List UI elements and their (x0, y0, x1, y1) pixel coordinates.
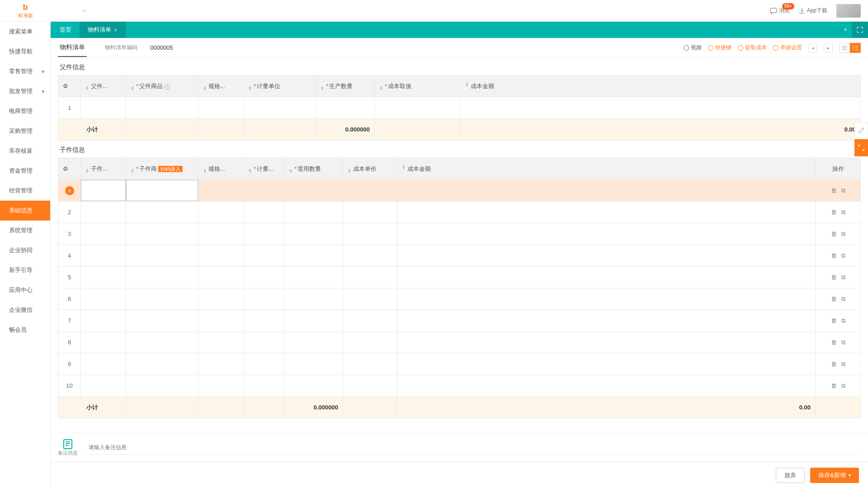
video-link[interactable]: 视频 (684, 44, 702, 52)
delete-row-icon[interactable]: 🗑 (831, 361, 837, 368)
child-col-code[interactable]: ▲▼子件... (81, 158, 126, 180)
subtab-bom[interactable]: 物料清单 (58, 39, 87, 57)
note-icon (62, 439, 73, 450)
copy-row-icon[interactable]: ⧉ (841, 317, 845, 324)
copy-row-icon[interactable]: ⧉ (841, 187, 845, 194)
delete-row-icon[interactable]: 🗑 (831, 274, 837, 281)
sidebar-item-wholesale[interactable]: 批发管理▾ (0, 81, 50, 101)
sidebar-item-member[interactable]: 畅会员 (0, 320, 50, 340)
delete-row-icon[interactable]: 🗑 (831, 317, 837, 324)
child-col-qty[interactable]: ▲▼*需用数量 (284, 158, 343, 180)
save-and-new-button[interactable]: 保存&新增▾ (810, 468, 859, 483)
messages-button[interactable]: 消息 99+ (770, 7, 790, 14)
child-row[interactable]: 4🗑⧉ (58, 245, 861, 267)
delete-row-icon[interactable]: 🗑 (831, 187, 837, 194)
delete-row-icon[interactable]: 🗑 (831, 252, 837, 259)
next-button[interactable]: ▸ (824, 43, 833, 52)
delete-row-icon[interactable]: 🗑 (831, 209, 837, 216)
child-row[interactable]: 2🗑⧉ (58, 202, 861, 223)
copy-row-icon[interactable]: ⧉ (841, 274, 845, 281)
sidebar-item-system[interactable]: 系统管理 (0, 221, 50, 240)
prev-button[interactable]: ◂ (808, 43, 817, 52)
copy-row-icon[interactable]: ⧉ (841, 339, 845, 346)
child-col-name[interactable]: ▲▼*子件商扫码录入 (126, 158, 198, 180)
view-list-button[interactable] (839, 43, 850, 53)
float-rail (854, 122, 868, 156)
parent-section-title: 父件信息 (58, 58, 861, 75)
remark-input[interactable] (87, 441, 861, 455)
sidebar-item-operations[interactable]: 经营管理 (0, 181, 50, 201)
parent-col-code[interactable]: ▲▼父件... (81, 75, 126, 97)
child-row[interactable]: 5🗑⧉ (58, 267, 861, 288)
tab-bom[interactable]: 物料清单 × (80, 22, 126, 38)
child-col-unit[interactable]: ▲▼*计量... (244, 158, 284, 180)
child-row[interactable]: 7🗑⧉ (58, 310, 861, 332)
tab-home[interactable]: 首页 (52, 22, 80, 38)
sidebar-item-collab[interactable]: 企业协同 (0, 240, 50, 260)
detail-icon (853, 46, 858, 50)
parent-col-costamt[interactable]: ▲▼成本金额 (461, 75, 861, 97)
copy-row-icon[interactable]: ⧉ (841, 252, 845, 259)
brand-edition: 标准版 (18, 12, 33, 19)
delete-row-icon[interactable]: 🗑 (831, 230, 837, 238)
child-name-input[interactable] (126, 180, 198, 202)
discard-button[interactable]: 放弃 (776, 468, 805, 483)
org-dropdown[interactable] (73, 9, 87, 12)
child-row[interactable]: 6🗑⧉ (58, 288, 861, 310)
app-download-button[interactable]: App下载 (799, 7, 827, 14)
copy-row-icon[interactable]: ⧉ (841, 382, 845, 389)
parent-col-costsrc[interactable]: ▲▼*成本取值 (375, 75, 461, 97)
parent-subtotal: 小计 0.000000 0.00 (58, 119, 861, 141)
sidebar-item-inventory[interactable]: 库存核算 (0, 141, 50, 161)
user-avatar[interactable] (836, 4, 861, 18)
child-col-amt[interactable]: ▲▼成本金额 (397, 158, 816, 180)
sidebar-item-retail[interactable]: 零售管理▾ (0, 61, 50, 81)
fullscreen-button[interactable] (852, 22, 868, 38)
float-expand-button[interactable] (854, 139, 868, 156)
sidebar-item-wecom[interactable]: 企业微信 (0, 300, 50, 320)
list-icon (842, 46, 847, 50)
delete-row-icon[interactable]: 🗑 (831, 296, 837, 303)
copy-row-icon[interactable]: ⧉ (841, 361, 845, 368)
gear-icon (773, 45, 778, 51)
child-row[interactable]: 8🗑⧉ (58, 332, 861, 353)
parent-gear-header[interactable]: ⚙ (58, 75, 81, 97)
cost-link[interactable]: 提取成本 (738, 44, 767, 52)
parent-col-unit[interactable]: ▲▼*计量单位 (244, 75, 316, 97)
scan-badge[interactable]: 扫码录入 (158, 166, 183, 172)
copy-row-icon[interactable]: ⧉ (841, 296, 845, 303)
child-row[interactable]: 10🗑⧉ (58, 375, 861, 397)
close-pane-button[interactable]: × (839, 22, 852, 38)
sidebar-item-funds[interactable]: 资金管理 (0, 161, 50, 181)
copy-row-icon[interactable]: ⧉ (841, 209, 845, 216)
shortcut-link[interactable]: 快捷键 (708, 44, 731, 52)
child-row[interactable]: 3🗑⧉ (58, 223, 861, 245)
view-detail-button[interactable] (850, 43, 861, 53)
sidebar-item-quicknav[interactable]: 快捷导航 (0, 42, 50, 61)
child-col-spec[interactable]: ▲▼规格... (198, 158, 244, 180)
delete-row-icon[interactable]: 🗑 (831, 339, 837, 346)
copy-row-icon[interactable]: ⧉ (841, 230, 845, 238)
float-link-button[interactable] (854, 122, 868, 139)
parent-row-1[interactable]: 1 (58, 97, 861, 119)
child-row[interactable]: 9🗑⧉ (58, 353, 861, 375)
parent-col-spec[interactable]: ▲▼规格... (198, 75, 244, 97)
sidebar-item-guide[interactable]: 新手引导 (0, 260, 50, 280)
sidebar-item-ecom[interactable]: 电商管理 (0, 101, 50, 121)
sidebar-item-purchase[interactable]: 采购管理 (0, 121, 50, 141)
child-col-price[interactable]: ▲▼成本单价 (343, 158, 397, 180)
sidebar-item-search[interactable]: 搜索菜单 (0, 22, 50, 42)
docset-link[interactable]: 单据设置 (773, 44, 802, 52)
child-code-input[interactable] (81, 180, 126, 202)
child-gear-header[interactable]: ⚙ (58, 158, 81, 180)
parent-col-qty[interactable]: ▲▼*生产数量 (316, 75, 375, 97)
add-row-button[interactable]: + (65, 186, 74, 195)
parent-col-name[interactable]: ▲▼*父件商品 ? (126, 75, 198, 97)
delete-row-icon[interactable]: 🗑 (831, 382, 837, 389)
sidebar-item-appcenter[interactable]: 应用中心 (0, 280, 50, 300)
close-tab-icon[interactable]: × (114, 27, 118, 33)
expand-icon (858, 145, 864, 151)
help-icon[interactable]: ? (165, 84, 170, 89)
child-row[interactable]: +🗑⧉ (58, 180, 861, 202)
sidebar-item-basicinfo[interactable]: 基础信息 (0, 201, 50, 221)
